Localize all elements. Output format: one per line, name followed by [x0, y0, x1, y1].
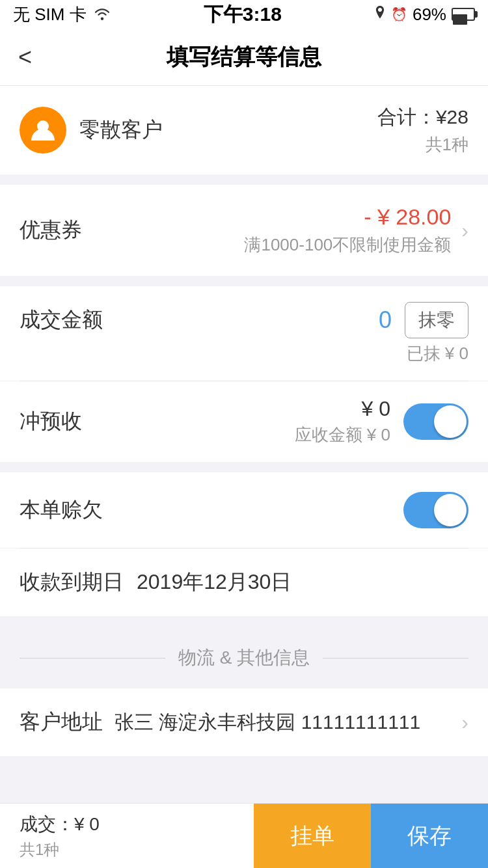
prepay-toggle[interactable] [403, 403, 468, 440]
total-count: 共1种 [377, 133, 468, 156]
address-value: 张三 海淀永丰科技园 11111111111 [115, 709, 451, 736]
battery-text: 69% [413, 5, 446, 25]
credit-label: 本单赊欠 [20, 496, 103, 524]
chevron-right-icon: › [461, 219, 468, 243]
deal-amount-label: 成交金额 [20, 306, 103, 334]
customer-avatar [20, 107, 66, 154]
coupon-label: 优惠券 [20, 216, 82, 245]
logistics-section: 物流 & 其他信息 [0, 627, 488, 688]
wifi-icon [93, 5, 111, 25]
credit-toggle-knob [434, 494, 467, 526]
status-time: 下午3:18 [204, 1, 282, 28]
battery-icon [452, 8, 475, 21]
content: 零散客户 合计：¥28 共1种 优惠券 - ¥ 28.00 满1000-100不… [0, 86, 488, 834]
carrier-text: 无 SIM 卡 [13, 3, 87, 26]
credit-toggle[interactable] [403, 492, 468, 528]
location-icon [374, 5, 386, 25]
customer-left: 零散客户 [20, 107, 163, 154]
deal-amount-sub: 已抹 ¥ 0 [20, 342, 468, 365]
divider-1 [0, 174, 488, 185]
credit-row: 本单赊欠 [0, 472, 488, 548]
nav-bar: < 填写结算等信息 [0, 29, 488, 86]
alarm-icon: ⏰ [391, 7, 407, 22]
total-amount: 合计：¥28 [377, 104, 468, 131]
bottom-count: 共1种 [20, 839, 234, 860]
prepay-amount-sub: 应收金额 ¥ 0 [295, 424, 390, 446]
customer-row: 零散客户 合计：¥28 共1种 [0, 86, 488, 174]
prepay-label: 冲预收 [20, 407, 82, 436]
back-button[interactable]: < [18, 44, 32, 71]
roundoff-button[interactable]: 抹零 [405, 302, 468, 338]
deal-amount-row: 成交金额 0 抹零 已抹 ¥ 0 [0, 286, 488, 381]
coupon-value-col: - ¥ 28.00 满1000-100不限制使用金额 [244, 204, 451, 256]
bottom-deal-value: ¥ 0 [74, 814, 100, 834]
save-button[interactable]: 保存 [371, 804, 488, 868]
divider-2 [0, 276, 488, 286]
duedate-row: 收款到期日 2019年12月30日 [0, 549, 488, 616]
divider-3 [0, 462, 488, 472]
coupon-description: 满1000-100不限制使用金额 [244, 234, 451, 256]
bottom-bar: 成交：¥ 0 共1种 挂单 保存 [0, 803, 488, 868]
deal-right-area: 0 抹零 [379, 302, 468, 338]
logistics-text: 物流 & 其他信息 [165, 645, 323, 670]
prepay-amounts: ¥ 0 应收金额 ¥ 0 [295, 397, 390, 446]
address-label: 客户地址 [20, 708, 104, 737]
page-title: 填写结算等信息 [167, 42, 321, 72]
prepay-row: 冲预收 ¥ 0 应收金额 ¥ 0 [0, 381, 488, 462]
customer-name: 零散客户 [79, 116, 163, 144]
bottom-deal-label: 成交：¥ 0 [20, 812, 234, 837]
status-bar: 无 SIM 卡 下午3:18 ⏰ 69% [0, 0, 488, 29]
duedate-label: 收款到期日 [20, 568, 124, 597]
deal-amount-value[interactable]: 0 [379, 306, 392, 334]
customer-total: 合计：¥28 共1种 [377, 104, 468, 156]
prepay-right: ¥ 0 应收金额 ¥ 0 [295, 397, 468, 446]
prepay-amount: ¥ 0 [295, 397, 390, 421]
duedate-value: 2019年12月30日 [137, 568, 291, 597]
bottom-deal-text: 成交： [20, 814, 74, 834]
status-left: 无 SIM 卡 [13, 3, 111, 26]
pending-button[interactable]: 挂单 [254, 804, 371, 868]
toggle-knob [434, 405, 467, 438]
coupon-discount: - ¥ 28.00 [244, 204, 451, 230]
status-right: ⏰ 69% [374, 5, 475, 25]
coupon-row[interactable]: 优惠券 - ¥ 28.00 满1000-100不限制使用金额 › [0, 185, 488, 276]
divider-4 [0, 616, 488, 627]
address-row[interactable]: 客户地址 张三 海淀永丰科技园 11111111111 › [0, 688, 488, 756]
coupon-right: - ¥ 28.00 满1000-100不限制使用金额 › [244, 204, 468, 256]
bottom-summary: 成交：¥ 0 共1种 [0, 804, 254, 868]
deal-top: 成交金额 0 抹零 [20, 302, 468, 338]
address-chevron-icon: › [461, 711, 468, 735]
